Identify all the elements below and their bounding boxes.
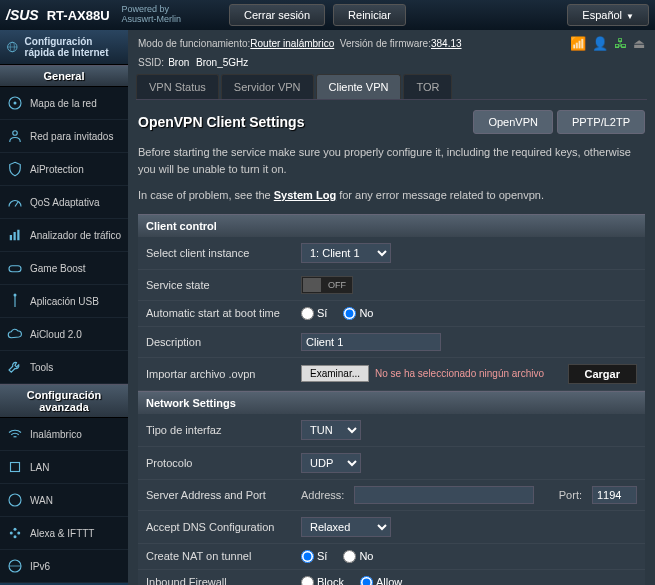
svg-rect-13 bbox=[11, 463, 20, 472]
wan-icon bbox=[6, 491, 24, 509]
svg-point-17 bbox=[17, 532, 20, 535]
dots-icon bbox=[6, 524, 24, 542]
op-mode-link[interactable]: Router inalámbrico bbox=[250, 38, 334, 49]
section-network: Network Settings bbox=[138, 391, 645, 414]
wrench-icon bbox=[6, 358, 24, 376]
ipv6-icon bbox=[6, 557, 24, 575]
svg-rect-9 bbox=[17, 230, 19, 241]
browse-button[interactable]: Examinar... bbox=[301, 365, 369, 382]
tab-vpn-client[interactable]: Cliente VPN bbox=[316, 74, 402, 99]
svg-point-5 bbox=[13, 131, 18, 136]
nav-wireless[interactable]: Inalámbrico bbox=[0, 418, 128, 451]
tab-tor[interactable]: TOR bbox=[403, 74, 452, 99]
fw-block[interactable] bbox=[301, 576, 314, 586]
nat-no[interactable] bbox=[343, 550, 356, 563]
powered-by: Powered by Asuswrt-Merlin bbox=[122, 5, 182, 25]
openvpn-mode-button[interactable]: OpenVPN bbox=[473, 110, 553, 134]
fw-link[interactable]: 384.13 bbox=[431, 38, 462, 49]
tab-vpn-server[interactable]: Servidor VPN bbox=[221, 74, 314, 99]
chart-icon bbox=[6, 226, 24, 244]
no-file-text: No se ha seleccionado ningún archivo bbox=[375, 368, 544, 379]
system-log-link[interactable]: System Log bbox=[274, 189, 336, 201]
nat-yes[interactable] bbox=[301, 550, 314, 563]
nav-usb[interactable]: Aplicación USB bbox=[0, 285, 128, 318]
fw-allow[interactable] bbox=[360, 576, 373, 586]
shield-icon bbox=[6, 160, 24, 178]
nav-tools[interactable]: Tools bbox=[0, 351, 128, 384]
nav-ipv6[interactable]: IPv6 bbox=[0, 550, 128, 583]
map-icon bbox=[6, 94, 24, 112]
svg-rect-10 bbox=[9, 266, 21, 272]
language-select[interactable]: Español▼ bbox=[567, 4, 649, 26]
svg-point-18 bbox=[14, 535, 17, 538]
nav-qos[interactable]: QoS Adaptativa bbox=[0, 186, 128, 219]
autoboot-yes[interactable] bbox=[301, 307, 314, 320]
description-input[interactable] bbox=[301, 333, 441, 351]
svg-point-16 bbox=[14, 528, 17, 531]
guest-icon bbox=[6, 127, 24, 145]
proto-select[interactable]: UDP bbox=[301, 453, 361, 473]
section-client-control: Client control bbox=[138, 214, 645, 237]
wifi-icon bbox=[6, 425, 24, 443]
autoboot-no[interactable] bbox=[343, 307, 356, 320]
nav-network-map[interactable]: Mapa de la red bbox=[0, 87, 128, 120]
logout-button[interactable]: Cerrar sesión bbox=[229, 4, 325, 26]
globe-icon bbox=[6, 37, 19, 57]
usb-status-icon[interactable]: ⏏ bbox=[633, 36, 645, 51]
address-input[interactable] bbox=[354, 486, 534, 504]
iface-select[interactable]: TUN bbox=[301, 420, 361, 440]
nav-lan[interactable]: LAN bbox=[0, 451, 128, 484]
port-input[interactable] bbox=[592, 486, 637, 504]
nav-wan[interactable]: WAN bbox=[0, 484, 128, 517]
gamepad-icon bbox=[6, 259, 24, 277]
section-advanced: Configuración avanzada bbox=[0, 384, 128, 418]
pptp-mode-button[interactable]: PPTP/L2TP bbox=[557, 110, 645, 134]
svg-point-14 bbox=[9, 494, 21, 506]
nav-alexa[interactable]: Alexa & IFTTT bbox=[0, 517, 128, 550]
qis-button[interactable]: Configuración rápida de Internet bbox=[0, 30, 128, 65]
svg-point-15 bbox=[10, 532, 13, 535]
cloud-icon bbox=[6, 325, 24, 343]
user-status-icon[interactable]: 👤 bbox=[592, 36, 608, 51]
main-content: Modo de funcionamiento: Router inalámbri… bbox=[128, 30, 655, 585]
desc-text-2: In case of problem, see the System Log f… bbox=[138, 187, 645, 204]
tab-vpn-status[interactable]: VPN Status bbox=[136, 74, 219, 99]
sidebar: Configuración rápida de Internet General… bbox=[0, 30, 128, 585]
svg-point-4 bbox=[14, 102, 17, 105]
nav-aicloud[interactable]: AiCloud 2.0 bbox=[0, 318, 128, 351]
nav-aiprotection[interactable]: AiProtection bbox=[0, 153, 128, 186]
dns-select[interactable]: Relaxed bbox=[301, 517, 391, 537]
nav-gameboost[interactable]: Game Boost bbox=[0, 252, 128, 285]
service-state-toggle[interactable]: OFF bbox=[301, 276, 353, 294]
model-name: RT-AX88U bbox=[47, 8, 110, 23]
client-instance-select[interactable]: 1: Client 1 bbox=[301, 243, 391, 263]
gauge-icon bbox=[6, 193, 24, 211]
svg-line-6 bbox=[15, 202, 18, 207]
lan-icon bbox=[6, 458, 24, 476]
wifi-status-icon[interactable]: 📶 bbox=[570, 36, 586, 51]
desc-text: Before starting the service make sure yo… bbox=[138, 144, 645, 177]
svg-rect-8 bbox=[14, 232, 16, 240]
nav-traffic[interactable]: Analizador de tráfico bbox=[0, 219, 128, 252]
upload-button[interactable]: Cargar bbox=[568, 364, 637, 384]
usb-icon bbox=[6, 292, 24, 310]
nav-guest[interactable]: Red para invitados bbox=[0, 120, 128, 153]
svg-rect-7 bbox=[10, 235, 12, 240]
section-general: General bbox=[0, 65, 128, 87]
link-status-icon[interactable]: 🖧 bbox=[614, 36, 627, 51]
svg-point-12 bbox=[14, 294, 17, 297]
brand-logo: /SUS bbox=[6, 7, 39, 23]
reboot-button[interactable]: Reiniciar bbox=[333, 4, 406, 26]
page-title: OpenVPN Client Settings bbox=[138, 114, 304, 130]
